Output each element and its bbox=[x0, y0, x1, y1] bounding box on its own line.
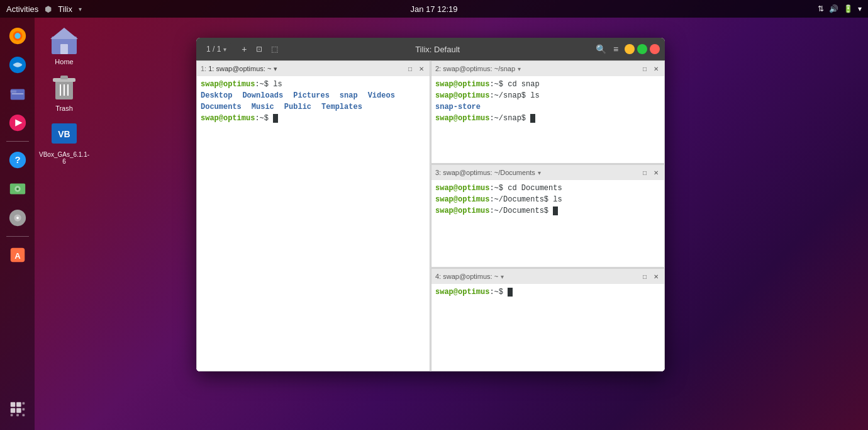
tilix-col-left: 1: 1: swap@optimus: ~ ▾ □ ✕ swap@optimus… bbox=[196, 60, 430, 371]
svg-rect-25 bbox=[10, 414, 13, 417]
pane-2-max-btn[interactable]: □ bbox=[640, 64, 649, 73]
svg-rect-23 bbox=[22, 402, 25, 405]
tilix-content: 1: 1: swap@optimus: ~ ▾ □ ✕ swap@optimus… bbox=[196, 60, 665, 371]
pane-1-titlebar: 1: 1: swap@optimus: ~ ▾ □ ✕ bbox=[197, 61, 430, 76]
desktop-icon-trash[interactable]: Trash bbox=[39, 72, 89, 112]
tilix-minimize-btn[interactable] bbox=[625, 44, 635, 54]
dock: ? A bbox=[0, 18, 35, 430]
dock-item-dvd[interactable] bbox=[4, 205, 31, 231]
pane-1-title: 1: 1: swap@optimus: ~ bbox=[201, 65, 271, 72]
volume-icon[interactable]: 🔊 bbox=[829, 4, 838, 13]
terminal-pane-4-body[interactable]: swap@optimus:~$ bbox=[431, 284, 664, 371]
pane-3-titlebar: 3: swap@optimus: ~/Documents ▾ □ ✕ bbox=[431, 165, 664, 180]
svg-rect-19 bbox=[10, 402, 15, 407]
desktop-icon-home[interactable]: Home bbox=[39, 25, 89, 65]
pane-3-title: 3: swap@optimus: ~/Documents bbox=[435, 169, 535, 176]
desktop-icons: Home Trash VB VBox_GAs_6.1.1-6 bbox=[39, 25, 89, 165]
tilix-titlebar: 1 / 1 ▾ + ⊡ ⬚ Tilix: Default 🔍 ≡ bbox=[196, 38, 665, 60]
dock-item-show-apps[interactable] bbox=[4, 396, 31, 422]
tilix-tab-actions: + ⊡ ⬚ bbox=[238, 43, 281, 55]
pane-1-title: ▾ bbox=[274, 65, 277, 73]
svg-rect-27 bbox=[22, 414, 25, 417]
topbar-app-name[interactable]: Tilix bbox=[58, 4, 72, 14]
pane-4-close-btn[interactable]: ✕ bbox=[652, 272, 660, 281]
home-icon-label: Home bbox=[55, 58, 73, 65]
dock-item-files[interactable] bbox=[4, 81, 31, 107]
term-4-prompt: swap@optimus:~$ bbox=[435, 286, 660, 298]
pane-4-max-btn[interactable]: □ bbox=[640, 272, 649, 281]
tilix-close-btn[interactable] bbox=[650, 44, 660, 54]
dock-bottom bbox=[4, 396, 31, 422]
trash-icon bbox=[49, 72, 79, 102]
home-icon bbox=[49, 25, 79, 55]
pane-1-max-btn[interactable]: □ bbox=[406, 64, 415, 73]
dock-item-photos[interactable] bbox=[4, 176, 31, 202]
topbar-datetime: Jan 17 12:19 bbox=[410, 4, 457, 14]
tilix-window: 1 / 1 ▾ + ⊡ ⬚ Tilix: Default 🔍 ≡ 1: 1: s… bbox=[196, 38, 665, 371]
dock-item-rhythmbox[interactable] bbox=[4, 110, 31, 136]
term-2-line-2: swap@optimus:~/snap$ ls bbox=[435, 90, 660, 101]
dock-separator-2 bbox=[6, 236, 29, 237]
pane-2-close-btn[interactable]: ✕ bbox=[652, 64, 660, 73]
pane-3-max-btn[interactable]: □ bbox=[640, 168, 649, 177]
tilix-maximize-btn[interactable] bbox=[637, 44, 647, 54]
activities-label[interactable]: Activities bbox=[6, 4, 38, 14]
pane-4-title: 4: swap@optimus: ~ bbox=[435, 273, 498, 280]
tilix-titlebar-right: 🔍 ≡ bbox=[594, 43, 660, 55]
dock-item-thunderbird[interactable] bbox=[4, 52, 31, 78]
tilix-tab-label: 1 / 1 bbox=[206, 45, 221, 54]
pane-3-close-btn[interactable]: ✕ bbox=[652, 168, 660, 177]
pane-3-controls: □ ✕ bbox=[640, 168, 660, 177]
tilix-tab-1[interactable]: 1 / 1 ▾ bbox=[201, 43, 231, 55]
system-menu-icon[interactable]: ▾ bbox=[858, 4, 862, 13]
topbar-app-chevron[interactable]: ▾ bbox=[79, 6, 82, 13]
tilix-new-tab-btn[interactable]: + bbox=[238, 43, 250, 55]
term-1-line-1: swap@optimus:~$ ls bbox=[201, 79, 426, 90]
dock-item-help[interactable]: ? bbox=[4, 147, 31, 173]
pane-1-close-btn[interactable]: ✕ bbox=[417, 64, 426, 73]
trash-icon-label: Trash bbox=[55, 105, 73, 112]
terminal-pane-2[interactable]: 2: swap@optimus: ~/snap ▾ □ ✕ swap@optim… bbox=[431, 60, 665, 164]
vbox-icon-label: VBox_GAs_6.1.1-6 bbox=[39, 151, 89, 165]
term-1-prompt: swap@optimus:~$ bbox=[201, 113, 426, 124]
tilix-action-btn-2[interactable]: ⬚ bbox=[268, 43, 281, 55]
svg-point-16 bbox=[16, 217, 19, 219]
svg-marker-29 bbox=[50, 28, 78, 39]
pane-2-controls: □ ✕ bbox=[640, 64, 660, 73]
desktop-icon-vbox[interactable]: VB VBox_GAs_6.1.1-6 bbox=[39, 118, 89, 165]
pane-4-controls: □ ✕ bbox=[640, 272, 660, 281]
pane-2-title: 2: swap@optimus: ~/snap bbox=[435, 65, 515, 72]
topbar-left: Activities ⬢ Tilix ▾ bbox=[6, 4, 82, 14]
tilix-window-title: Tilix: Default bbox=[284, 45, 591, 54]
topbar: Activities ⬢ Tilix ▾ Jan 17 12:19 ⇅ 🔊 🔋 … bbox=[0, 0, 868, 18]
tilix-menu-btn[interactable]: ≡ bbox=[609, 43, 622, 55]
pane-2-titlebar: 2: swap@optimus: ~/snap ▾ □ ✕ bbox=[431, 61, 664, 76]
svg-rect-20 bbox=[16, 402, 21, 407]
tilix-tab-chevron[interactable]: ▾ bbox=[223, 46, 226, 53]
battery-icon[interactable]: 🔋 bbox=[843, 4, 853, 13]
tilix-col-right: 2: swap@optimus: ~/snap ▾ □ ✕ swap@optim… bbox=[431, 60, 665, 371]
terminal-pane-1[interactable]: 1: 1: swap@optimus: ~ ▾ □ ✕ swap@optimus… bbox=[196, 60, 430, 371]
tilix-search-btn[interactable]: 🔍 bbox=[594, 43, 607, 55]
pane-4-chevron: ▾ bbox=[501, 273, 504, 280]
terminal-pane-1-body[interactable]: swap@optimus:~$ ls DesktopDownloadsPictu… bbox=[197, 76, 430, 371]
svg-text:VB: VB bbox=[58, 129, 70, 139]
tilix-action-btn-1[interactable]: ⊡ bbox=[253, 43, 265, 55]
terminal-pane-2-body[interactable]: swap@optimus:~$ cd snap swap@optimus:~/s… bbox=[431, 76, 664, 163]
pane-1-controls: □ ✕ bbox=[406, 64, 426, 73]
dock-item-software[interactable]: A bbox=[4, 242, 31, 268]
term-2-line-1: swap@optimus:~$ cd snap bbox=[435, 79, 660, 90]
term-1-dirs: DesktopDownloadsPicturessnapVideos Docum… bbox=[201, 90, 426, 113]
pane-4-titlebar: 4: swap@optimus: ~ ▾ □ ✕ bbox=[431, 269, 664, 284]
network-icon[interactable]: ⇅ bbox=[818, 4, 824, 13]
term-3-line-2: swap@optimus:~/Documents$ ls bbox=[435, 194, 660, 205]
terminal-pane-3[interactable]: 3: swap@optimus: ~/Documents ▾ □ ✕ swap@… bbox=[431, 164, 665, 268]
dock-item-firefox[interactable] bbox=[4, 23, 31, 49]
topbar-right: ⇅ 🔊 🔋 ▾ bbox=[818, 4, 862, 13]
topbar-app-icon: ⬢ bbox=[45, 4, 52, 14]
svg-point-13 bbox=[16, 188, 19, 190]
dock-separator-1 bbox=[6, 141, 29, 142]
terminal-pane-3-body[interactable]: swap@optimus:~$ cd Documents swap@optimu… bbox=[431, 180, 664, 267]
terminal-pane-4[interactable]: 4: swap@optimus: ~ ▾ □ ✕ swap@optimus:~$ bbox=[431, 268, 665, 371]
svg-point-2 bbox=[14, 33, 20, 38]
